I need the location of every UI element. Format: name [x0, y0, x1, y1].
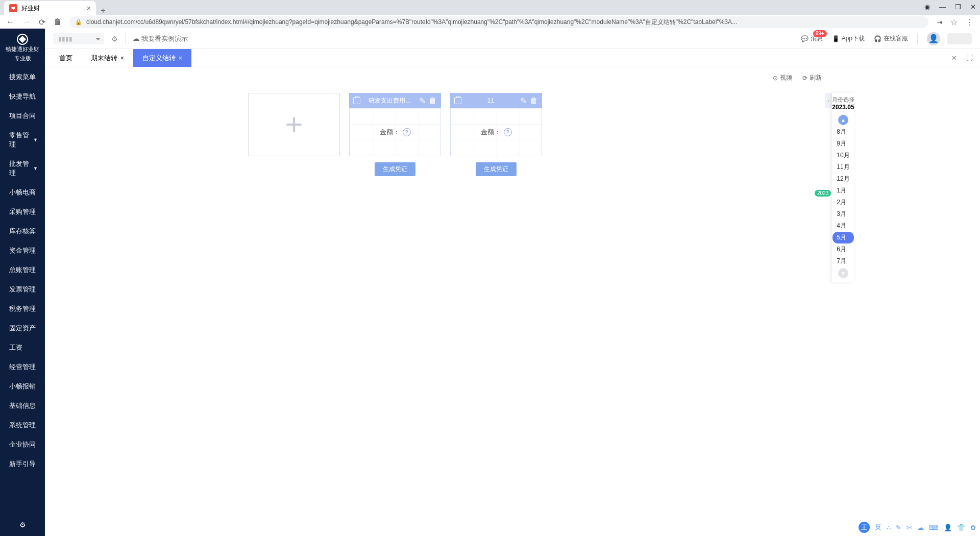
- tab-close-icon[interactable]: ×: [179, 55, 182, 62]
- sidebar-item[interactable]: 新手引导: [0, 454, 45, 474]
- month-item[interactable]: 8月: [832, 126, 853, 138]
- trash-icon[interactable]: 🗑: [54, 17, 62, 27]
- sidebar-item[interactable]: 资金管理: [0, 241, 45, 260]
- help-icon[interactable]: ?: [504, 128, 512, 136]
- page-tab[interactable]: 首页: [50, 49, 82, 67]
- edit-icon[interactable]: ✎: [419, 96, 426, 106]
- app-download-link[interactable]: 📱 App下载: [832, 34, 865, 43]
- back-icon[interactable]: ←: [6, 17, 14, 27]
- sidebar-item[interactable]: 库存核算: [0, 222, 45, 241]
- sidebar-item-label: 经营管理: [9, 362, 36, 372]
- tab-close-icon[interactable]: ×: [87, 4, 91, 12]
- refresh-button[interactable]: ⟳ 刷新: [802, 74, 822, 82]
- ime-lang[interactable]: 英: [875, 523, 881, 532]
- sidebar-item[interactable]: 企业协同: [0, 435, 45, 454]
- install-icon[interactable]: ⇥: [937, 18, 942, 26]
- sidebar-item[interactable]: 小畅报销: [0, 377, 45, 396]
- edit-icon[interactable]: ✎: [520, 96, 527, 106]
- video-label: 视频: [780, 74, 792, 82]
- ime-bar: 王 英 ∴ ✎ ✄ ☁ ⌨ 👤 👕 ✿: [859, 522, 976, 533]
- ime-shirt-icon[interactable]: 👕: [957, 524, 965, 531]
- sidebar-item[interactable]: 经营管理: [0, 357, 45, 377]
- tab-close-icon[interactable]: ×: [120, 55, 124, 62]
- org-selector[interactable]: ▮▮▮▮: [53, 33, 104, 44]
- messages-link[interactable]: 💬 消息 99+: [801, 34, 823, 43]
- menu-icon[interactable]: ⋮: [966, 17, 974, 27]
- generate-voucher-button[interactable]: 生成凭证: [476, 162, 517, 176]
- video-button[interactable]: ⊙ 视频: [773, 74, 792, 82]
- month-prev-icon[interactable]: ▲: [838, 115, 848, 125]
- month-item[interactable]: 9月: [832, 138, 853, 150]
- ime-pen-icon[interactable]: ✎: [896, 524, 901, 531]
- close-all-tabs-icon[interactable]: ✕: [949, 52, 959, 64]
- delete-icon[interactable]: 🗑: [429, 96, 437, 105]
- fullscreen-icon[interactable]: ⛶: [964, 52, 975, 64]
- generate-voucher-button[interactable]: 生成凭证: [375, 162, 415, 176]
- month-item[interactable]: 6月: [832, 243, 853, 255]
- ime-keyboard-icon[interactable]: ⌨: [929, 524, 939, 531]
- sidebar-item-label: 固定资产: [9, 324, 36, 333]
- avatar-icon[interactable]: 👤: [927, 32, 940, 45]
- refresh-label: 刷新: [810, 74, 822, 82]
- reload-icon[interactable]: ⟳: [39, 17, 45, 27]
- sidebar-item[interactable]: 搜索菜单: [0, 67, 45, 87]
- year-tag: 2023: [815, 190, 831, 197]
- favicon-icon: ❤: [9, 4, 17, 12]
- ime-badge[interactable]: 王: [859, 522, 870, 533]
- close-window-icon[interactable]: ✕: [970, 3, 976, 11]
- sidebar-item[interactable]: 工资: [0, 338, 45, 357]
- browser-tab[interactable]: ❤ 好业财 ×: [4, 1, 96, 15]
- sidebar-item[interactable]: 快捷导航: [0, 87, 45, 106]
- sidebar-item[interactable]: 项目合同: [0, 106, 45, 126]
- sidebar-item[interactable]: 零售管理▼: [0, 126, 45, 154]
- delete-icon[interactable]: 🗑: [530, 96, 538, 105]
- page-tab[interactable]: 自定义结转×: [133, 49, 191, 67]
- ime-settings-icon[interactable]: ✿: [970, 524, 976, 531]
- ime-user-icon[interactable]: 👤: [944, 524, 952, 531]
- sidebar-item[interactable]: 系统管理: [0, 416, 45, 435]
- month-item[interactable]: 2月: [832, 197, 853, 208]
- sidebar-item[interactable]: 固定资产: [0, 319, 45, 338]
- sidebar-settings-icon[interactable]: ⚙: [0, 514, 45, 536]
- app-header: ▮▮▮▮ ⚙ ☁ 我要看实例演示 💬 消息 99+ 📱 App下载 🎧: [45, 29, 980, 49]
- url-input[interactable]: 🔒 cloud.chanjet.com/cc/u6d89qwnryel/57bf…: [70, 16, 928, 28]
- help-icon[interactable]: ?: [403, 128, 411, 136]
- sidebar-item[interactable]: 小畅电商: [0, 183, 45, 202]
- clipboard-icon: [454, 97, 461, 104]
- month-item[interactable]: 12月: [832, 173, 853, 185]
- page-tab-label: 首页: [59, 54, 72, 63]
- month-item[interactable]: 4月: [832, 220, 853, 232]
- sidebar-item-label: 基础信息: [9, 401, 36, 410]
- new-tab-button[interactable]: +: [96, 6, 110, 15]
- header-gear-icon[interactable]: ⚙: [111, 35, 118, 43]
- sidebar-item[interactable]: 批发管理▼: [0, 154, 45, 183]
- minimize-icon[interactable]: —: [939, 3, 946, 11]
- month-item[interactable]: 7月: [832, 255, 853, 267]
- sidebar-item[interactable]: 采购管理: [0, 202, 45, 222]
- month-panel-toggle[interactable]: ›: [825, 93, 832, 108]
- month-item[interactable]: 10月: [832, 150, 853, 161]
- ime-cloud-icon[interactable]: ☁: [917, 524, 924, 531]
- ime-dots-icon[interactable]: ∴: [887, 524, 891, 531]
- month-next-icon[interactable]: ▼: [838, 268, 848, 278]
- ime-scissors-icon[interactable]: ✄: [906, 524, 912, 531]
- page-tab[interactable]: 期末结转×: [82, 49, 133, 67]
- month-item[interactable]: 5月: [832, 232, 853, 243]
- bookmark-icon[interactable]: ☆: [950, 17, 958, 27]
- sidebar-item[interactable]: 总账管理: [0, 260, 45, 280]
- account-icon[interactable]: ◉: [924, 3, 930, 11]
- maximize-icon[interactable]: ❐: [955, 3, 961, 11]
- sidebar-item[interactable]: 发票管理: [0, 280, 45, 299]
- sidebar-item-label: 资金管理: [9, 246, 36, 255]
- amount-label: 金额：: [380, 128, 400, 137]
- user-name-placeholder[interactable]: [947, 33, 972, 44]
- add-card-button[interactable]: +: [248, 93, 340, 156]
- month-item[interactable]: 1月: [832, 185, 853, 197]
- support-link[interactable]: 🎧 在线客服: [874, 34, 908, 43]
- amount-label: 金额：: [481, 128, 501, 137]
- demo-link[interactable]: ☁ 我要看实例演示: [133, 34, 188, 43]
- sidebar-item[interactable]: 基础信息: [0, 396, 45, 416]
- month-item[interactable]: 11月: [832, 161, 853, 173]
- month-item[interactable]: 3月: [832, 208, 853, 220]
- sidebar-item[interactable]: 税务管理: [0, 299, 45, 319]
